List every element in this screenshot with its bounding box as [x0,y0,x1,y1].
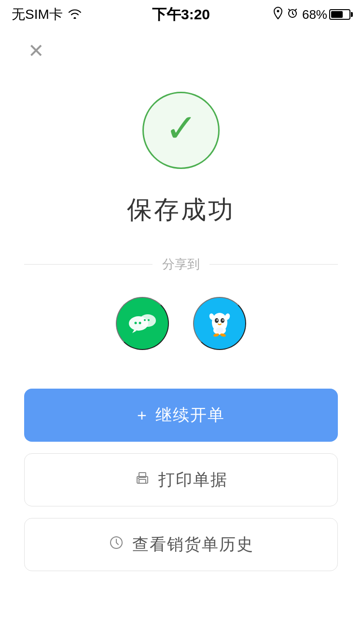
divider-line-left [24,264,153,265]
carrier-text: 无SIM卡 [12,5,63,24]
qq-icon [204,308,236,339]
plus-icon: + [137,406,148,425]
svg-point-3 [139,314,156,327]
svg-point-7 [148,319,150,321]
svg-rect-21 [139,479,146,483]
print-label: 打印单据 [158,469,228,491]
svg-point-22 [138,478,139,479]
svg-point-5 [139,322,141,324]
battery-fill [331,11,343,18]
continue-order-button[interactable]: + 继续开单 [24,389,338,442]
svg-point-14 [216,327,223,333]
main-content: ✕ ✓ 保存成功 分享到 [0,29,362,571]
alarm-icon [287,7,298,22]
divider-label: 分享到 [162,256,200,273]
svg-point-0 [277,10,279,12]
svg-point-12 [222,319,223,321]
battery-icon [329,9,350,20]
history-button[interactable]: 查看销货单历史 [24,518,338,571]
qq-share-button[interactable] [193,297,246,350]
close-button[interactable]: ✕ [24,39,48,63]
continue-order-label: 继续开单 [155,404,225,426]
status-right: 68% [273,7,350,23]
status-left: 无SIM卡 [12,5,82,24]
battery-percent: 68% [302,7,327,22]
svg-point-11 [216,319,218,321]
history-icon [108,534,125,555]
status-bar: 无SIM卡 下午3:20 68% [0,0,362,29]
print-icon [134,470,151,490]
location-icon [273,7,283,23]
wechat-icon [125,307,159,340]
share-icons [116,297,246,350]
close-icon: ✕ [28,41,44,60]
checkmark-icon: ✓ [165,109,197,148]
print-button[interactable]: 打印单据 [24,453,338,506]
battery-container: 68% [302,7,350,22]
status-time: 下午3:20 [152,5,210,25]
svg-point-6 [144,319,146,321]
svg-point-4 [135,322,137,324]
wifi-icon [68,7,82,22]
divider-line-right [209,264,338,265]
history-label: 查看销货单历史 [132,533,254,556]
share-divider: 分享到 [24,256,338,273]
action-buttons: + 继续开单 打印单据 查看销货单历史 [24,389,338,571]
wechat-share-button[interactable] [116,297,169,350]
success-title: 保存成功 [127,193,235,227]
success-circle: ✓ [142,92,220,169]
